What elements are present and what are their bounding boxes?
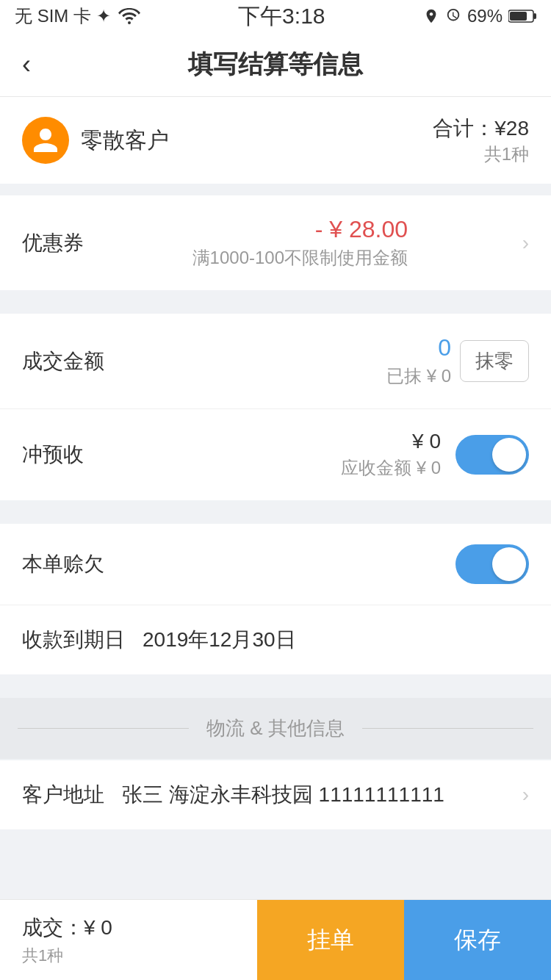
coupon-discount: - ¥ 28.00 (192, 216, 408, 243)
coupon-label: 优惠券 (22, 229, 84, 257)
divider-line-right (362, 728, 533, 729)
footer-deal-text: 成交：¥ 0 (22, 914, 235, 942)
back-button[interactable]: ‹ (22, 49, 31, 80)
advance-amounts: ¥ 0 应收金额 ¥ 0 (341, 430, 441, 480)
section-divider-3 (0, 686, 551, 698)
footer-info: 成交：¥ 0 共1种 (0, 914, 257, 967)
advance-right: ¥ 0 应收金额 ¥ 0 (341, 430, 529, 480)
customer-avatar (22, 117, 69, 164)
customer-row: 零散客户 合计：¥28 共1种 (0, 97, 551, 184)
debt-toggle[interactable] (455, 544, 529, 584)
address-section[interactable]: 客户地址 张三 海淀永丰科技园 11111111111 › (0, 760, 551, 829)
customer-total: 合计：¥28 共1种 (433, 115, 529, 166)
save-button[interactable]: 保存 (404, 900, 551, 981)
nav-bar: ‹ 填写结算等信息 (0, 32, 551, 97)
already-zero-text: 已抹 ¥ 0 (386, 364, 451, 388)
footer-count: 共1种 (22, 945, 235, 967)
footer: 成交：¥ 0 共1种 挂单 保存 (0, 899, 551, 980)
alarm-icon (445, 8, 461, 24)
status-left: 无 SIM 卡 ✦ (15, 4, 140, 28)
svg-rect-2 (510, 12, 527, 21)
debt-toggle-circle (492, 547, 526, 581)
advance-label: 冲预收 (22, 441, 84, 469)
coupon-section[interactable]: 优惠券 - ¥ 28.00 满1000-100不限制使用金额 › (0, 195, 551, 290)
address-label: 客户地址 (22, 781, 104, 809)
location-icon (423, 8, 439, 24)
address-chevron-icon: › (522, 783, 529, 807)
customer-name: 零散客户 (81, 126, 169, 156)
status-time: 下午3:18 (238, 1, 325, 32)
due-date-value: 2019年12月30日 (143, 626, 296, 654)
due-date-row: 收款到期日 2019年12月30日 (0, 605, 551, 674)
deal-amount-label: 成交金额 (22, 347, 104, 375)
status-bar: 无 SIM 卡 ✦ 下午3:18 69% (0, 0, 551, 32)
logistics-divider-text: 物流 & 其他信息 (206, 716, 345, 741)
address-row[interactable]: 客户地址 张三 海淀永丰科技园 11111111111 › (0, 760, 551, 829)
section-divider-1 (0, 302, 551, 314)
coupon-right: - ¥ 28.00 满1000-100不限制使用金额 (192, 216, 408, 270)
svg-rect-1 (533, 13, 536, 19)
coupon-row[interactable]: 优惠券 - ¥ 28.00 满1000-100不限制使用金额 › (0, 195, 551, 290)
address-value: 张三 海淀永丰科技园 11111111111 (122, 781, 516, 809)
debt-row: 本单赊欠 (0, 524, 551, 605)
wifi-icon (118, 8, 140, 24)
deal-amount-right: 0 已抹 ¥ 0 抹零 (386, 334, 529, 388)
total-count: 共1种 (433, 143, 529, 166)
coupon-chevron-icon: › (522, 231, 529, 255)
logistics-divider: 物流 & 其他信息 (0, 698, 551, 759)
page-title: 填写结算等信息 (188, 48, 363, 82)
toggle-circle (492, 438, 526, 472)
battery-pct: 69% (467, 6, 503, 26)
battery-icon (508, 9, 536, 24)
round-zero-button[interactable]: 抹零 (460, 340, 529, 382)
divider-line-left (18, 728, 189, 729)
footer-deal-amount: ¥ 0 (84, 916, 112, 939)
pending-button[interactable]: 挂单 (257, 900, 404, 981)
total-amount: 合计：¥28 (433, 115, 529, 143)
footer-deal-label: 成交： (22, 916, 84, 939)
debt-label: 本单赊欠 (22, 550, 104, 578)
person-icon (31, 126, 60, 155)
advance-amount: ¥ 0 (341, 430, 441, 453)
due-date-label: 收款到期日 (22, 626, 125, 654)
section-divider-2 (0, 512, 551, 524)
sim-status: 无 SIM 卡 ✦ (15, 4, 111, 28)
advance-receivable: 应收金额 ¥ 0 (341, 456, 441, 480)
status-right: 69% (423, 6, 536, 26)
advance-row: 冲预收 ¥ 0 应收金额 ¥ 0 (0, 408, 551, 500)
coupon-desc: 满1000-100不限制使用金额 (192, 246, 408, 270)
advance-toggle[interactable] (455, 435, 529, 475)
customer-section: 零散客户 合计：¥28 共1种 (0, 97, 551, 184)
deal-amount-row: 成交金额 0 已抹 ¥ 0 抹零 (0, 314, 551, 408)
deal-amount-value: 0 (438, 334, 451, 361)
debt-section: 本单赊欠 收款到期日 2019年12月30日 (0, 524, 551, 674)
customer-left: 零散客户 (22, 117, 169, 164)
deal-section: 成交金额 0 已抹 ¥ 0 抹零 冲预收 ¥ 0 应收金额 ¥ 0 (0, 314, 551, 500)
